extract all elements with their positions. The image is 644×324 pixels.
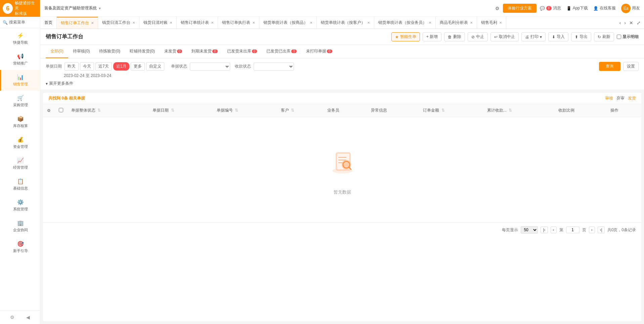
sidebar-item-label: 系统管理 bbox=[13, 207, 28, 212]
industry-solution-button[interactable]: 体验行业方案 bbox=[503, 4, 536, 13]
filter-tab-overdue-ship[interactable]: 到期未发货0 bbox=[187, 45, 222, 58]
th-amount[interactable]: 订单金额 ⇅ bbox=[419, 104, 483, 117]
tab-close-icon[interactable]: ✕ bbox=[252, 21, 255, 25]
payment-select[interactable] bbox=[254, 63, 294, 71]
user-profile-button[interactable]: Ea 用友 bbox=[621, 4, 640, 13]
search-button[interactable]: 查询 bbox=[599, 62, 620, 71]
th-date[interactable]: 单据日期 ⇅ bbox=[148, 104, 213, 117]
sidebar-item-system[interactable]: ⚙️ 系统管理 bbox=[0, 195, 40, 216]
filter-tab-all[interactable]: 全部(0) bbox=[46, 45, 68, 58]
ship-button[interactable]: 发货 bbox=[628, 95, 636, 101]
sidebar: 6 畅捷通好生意 标准版 🔍 搜索菜单 ⚡ 快捷导航 📢 营销推广 📊 销售管理… bbox=[0, 0, 40, 324]
tab-sales-summary-staff[interactable]: 销货单统计表（按业务员） ✕ bbox=[374, 17, 436, 29]
add-button[interactable]: + 新增 bbox=[423, 32, 441, 41]
filter-tab-wangpu-ship[interactable]: 旺铺待发货(0) bbox=[125, 45, 160, 58]
smart-create-button[interactable]: ★ 智能生单 bbox=[391, 32, 420, 41]
online-service-button[interactable]: 👤 在线客服 bbox=[593, 5, 616, 11]
tab-sales-summary-staff-label: 销货单统计表（按业务员） bbox=[378, 20, 427, 26]
tab-scroll-left-button[interactable]: ‹ bbox=[618, 19, 622, 26]
stop-button[interactable]: ⊘ 中止 bbox=[468, 32, 488, 41]
unaudit-button[interactable]: 弃审 bbox=[616, 95, 625, 101]
tab-close-icon[interactable]: ✕ bbox=[91, 21, 94, 25]
tab-sales-exec[interactable]: 销售订单执行表 ✕ bbox=[218, 17, 259, 29]
sidebar-item-marketing[interactable]: 📢 营销推广 bbox=[0, 49, 40, 70]
date-btn-custom[interactable]: 自定义 bbox=[146, 62, 164, 71]
filter-tab-not-shipped[interactable]: 未发货0 bbox=[160, 45, 187, 58]
message-button[interactable]: 💬 6 消息 bbox=[540, 5, 561, 11]
page-size-select[interactable]: 50 100 200 bbox=[521, 226, 538, 234]
tab-close-icon[interactable]: ✕ bbox=[367, 21, 370, 25]
sidebar-item-sales[interactable]: 📊 销售管理 bbox=[0, 70, 40, 91]
tab-sales-workbench[interactable]: 销售订单工作台 ✕ bbox=[57, 17, 98, 29]
date-btn-today[interactable]: 今天 bbox=[80, 62, 94, 71]
tab-close-icon[interactable]: ✕ bbox=[429, 21, 431, 25]
filter-tab-shipped-not-out[interactable]: 已发货未出库0 bbox=[222, 45, 262, 58]
page-prev-button[interactable]: ‹ bbox=[551, 227, 557, 233]
show-detail-checkbox[interactable] bbox=[617, 35, 621, 39]
date-btn-1month[interactable]: 近1月 bbox=[113, 62, 130, 71]
sidebar-item-guide[interactable]: 🎯 新手引导 bbox=[0, 237, 40, 257]
page-last-button[interactable]: ›| bbox=[598, 227, 605, 233]
filter-tab-pending-review[interactable]: 待审核(0) bbox=[68, 45, 95, 58]
expand-button[interactable]: ▾ 展开更多条件 bbox=[46, 81, 639, 86]
sidebar-item-inventory[interactable]: 📦 库存核算 bbox=[0, 112, 40, 132]
date-btn-7days[interactable]: 近7天 bbox=[95, 62, 112, 71]
refresh-button[interactable]: ↻ 刷新 bbox=[594, 32, 614, 41]
app-download-button[interactable]: 📱 App下载 bbox=[566, 5, 588, 11]
th-status[interactable]: 单据整体状态 ⇅ bbox=[67, 104, 148, 117]
tab-close-icon[interactable]: ✕ bbox=[132, 21, 135, 25]
page-first-button[interactable]: |‹ bbox=[541, 227, 548, 233]
basic-icon: 📋 bbox=[17, 178, 24, 185]
show-detail-checkbox-label[interactable]: 显示明细 bbox=[617, 34, 639, 40]
th-number[interactable]: 单据编号 ⇅ bbox=[213, 104, 277, 117]
th-customer[interactable]: 客户 ⇅ bbox=[277, 104, 324, 117]
tab-sales-summary-customer[interactable]: 销货单统计表（按客户） ✕ bbox=[317, 17, 374, 29]
audit-button[interactable]: 审核 bbox=[605, 95, 613, 101]
page-next-button[interactable]: › bbox=[589, 227, 595, 233]
import-button[interactable]: ⬇ 导入 bbox=[548, 32, 568, 41]
tab-maximize-button[interactable]: ⤢ bbox=[635, 19, 642, 26]
tab-sales-profit[interactable]: 销售毛利 ✕ bbox=[477, 17, 506, 29]
page-header: 销售订单工作台 ★ 智能生单 + 新增 🗑 删除 ⊘ 中止 ↩ 取消中止 bbox=[40, 29, 644, 45]
tab-sales-summary-product[interactable]: 销货单统计表（按商品） ✕ bbox=[259, 17, 317, 29]
tab-close-icon[interactable]: ✕ bbox=[170, 21, 172, 25]
sidebar-search[interactable]: 🔍 搜索菜单 bbox=[0, 17, 40, 28]
tab-home[interactable]: 首页 bbox=[40, 17, 57, 29]
sidebar-item-finance[interactable]: 💰 资金管理 bbox=[0, 132, 40, 153]
sidebar-item-basic[interactable]: 📋 基础信息 bbox=[0, 174, 40, 195]
tab-close-icon[interactable]: ✕ bbox=[499, 21, 502, 25]
filter-tab-shipped-out[interactable]: 已发货已出库0 bbox=[262, 45, 301, 58]
filter-tab-not-printed[interactable]: 未打印单据0 bbox=[301, 45, 337, 58]
tab-cash-daily[interactable]: 钱货日清工作台 ✕ bbox=[98, 17, 139, 29]
tab-close-icon[interactable]: ✕ bbox=[310, 21, 312, 25]
settings-search-button[interactable]: 设置 bbox=[623, 62, 639, 71]
delete-button[interactable]: 🗑 删除 bbox=[444, 32, 465, 41]
tab-scroll-right-button[interactable]: › bbox=[623, 19, 627, 26]
collapse-icon[interactable]: ◀ bbox=[26, 315, 30, 320]
date-btn-more[interactable]: 更多 bbox=[131, 62, 145, 71]
th-collected[interactable]: 累计收款... ⇅ bbox=[483, 104, 554, 117]
sidebar-item-enterprise[interactable]: 🏢 企业协同 bbox=[0, 216, 40, 237]
page-input[interactable] bbox=[566, 227, 579, 233]
sidebar-item-quick-nav[interactable]: ⚡ 快捷导航 bbox=[0, 28, 40, 49]
tab-close-icon[interactable]: ✕ bbox=[470, 21, 473, 25]
tab-close-all-button[interactable]: ✕ bbox=[628, 19, 635, 26]
th-checkbox[interactable] bbox=[55, 104, 67, 117]
tab-close-icon[interactable]: ✕ bbox=[211, 21, 214, 25]
tab-profit-analysis[interactable]: 商品毛利分析表 ✕ bbox=[436, 17, 477, 29]
sidebar-item-purchase[interactable]: 🛒 采购管理 bbox=[0, 91, 40, 112]
select-all-checkbox[interactable] bbox=[59, 108, 63, 112]
sidebar-item-operation[interactable]: 📈 经营管理 bbox=[0, 153, 40, 174]
show-detail-label: 显示明细 bbox=[622, 34, 639, 40]
status-select[interactable] bbox=[190, 63, 230, 71]
filter-tab-pending-check[interactable]: 待拣验货(0) bbox=[94, 45, 125, 58]
date-btn-yesterday[interactable]: 昨天 bbox=[65, 62, 79, 71]
tab-cash-reconcile[interactable]: 钱货日清对账 ✕ bbox=[139, 17, 177, 29]
cancel-stop-button[interactable]: ↩ 取消中止 bbox=[490, 32, 519, 41]
settings-icon[interactable]: ⚙ bbox=[10, 315, 14, 320]
print-button[interactable]: 🖨 打印 ▾ bbox=[521, 32, 546, 41]
tab-sales-summary-customer-label: 销货单统计表（按客户） bbox=[321, 20, 365, 26]
tab-sales-stats[interactable]: 销售订单统计表 ✕ bbox=[177, 17, 218, 29]
settings-gear-icon[interactable]: ⚙ bbox=[495, 6, 500, 11]
export-button[interactable]: ⬆ 导出 bbox=[571, 32, 591, 41]
